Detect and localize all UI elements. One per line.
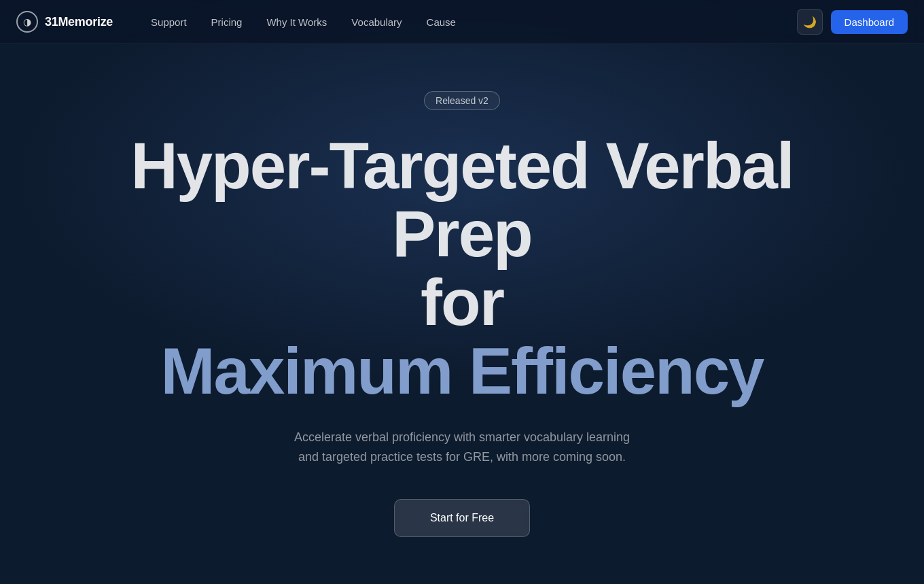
nav-link-why-it-works[interactable]: Why It Works (255, 11, 338, 33)
hero-title: Hyper-Targeted Verbal Prep for Maximum E… (54, 132, 870, 406)
nav-link-cause[interactable]: Cause (416, 11, 467, 33)
hero-subtitle-line2: and targeted practice tests for GRE, wit… (298, 450, 626, 464)
hero-subtitle-line1: Accelerate verbal proficiency with smart… (294, 430, 630, 444)
hero-subtitle: Accelerate verbal proficiency with smart… (294, 428, 630, 467)
nav-left: ◑ 31Memorize Support Pricing Why It Work… (16, 11, 467, 33)
nav-link-support[interactable]: Support (140, 11, 198, 33)
nav-link-pricing[interactable]: Pricing (200, 11, 253, 33)
brand-icon-symbol: ◑ (23, 16, 31, 27)
hero-title-line2: for (421, 266, 503, 339)
nav-right: 🌙 Dashboard (797, 9, 908, 35)
release-badge: Released v2 (424, 91, 500, 110)
start-for-free-button[interactable]: Start for Free (394, 499, 530, 537)
theme-toggle-button[interactable]: 🌙 (797, 9, 823, 35)
dashboard-button[interactable]: Dashboard (831, 10, 908, 34)
brand-logo[interactable]: ◑ 31Memorize (16, 11, 113, 33)
brand-icon: ◑ (16, 11, 38, 33)
hero-title-line1: Hyper-Targeted Verbal Prep (130, 129, 793, 271)
navbar: ◑ 31Memorize Support Pricing Why It Work… (0, 0, 924, 44)
hero-section: Released v2 Hyper-Targeted Verbal Prep f… (0, 44, 924, 584)
nav-links: Support Pricing Why It Works Vocabulary … (140, 11, 467, 33)
brand-name: 31Memorize (45, 15, 113, 29)
nav-link-vocabulary[interactable]: Vocabulary (340, 11, 412, 33)
hero-title-line3: Maximum Efficiency (161, 334, 764, 407)
